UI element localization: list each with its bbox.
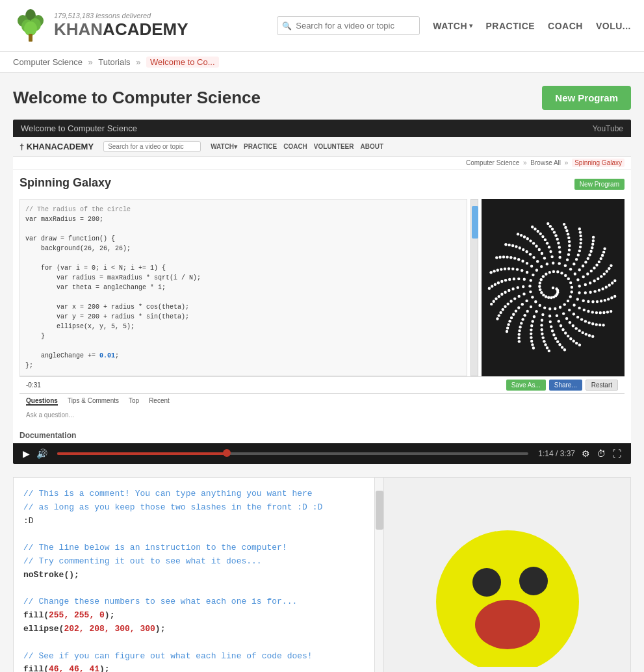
svg-point-233: [606, 270, 608, 272]
vs-nav-volunteer[interactable]: VOLUNTEER: [314, 143, 354, 150]
svg-rect-6: [29, 34, 32, 42]
svg-point-205: [580, 241, 582, 244]
svg-point-290: [563, 348, 566, 351]
video-progress-thumb: [223, 449, 231, 457]
vs-tab-top[interactable]: Top: [129, 397, 139, 406]
search-wrapper: 🔍: [277, 16, 433, 35]
settings-button[interactable]: ⚙: [582, 448, 590, 459]
play-pause-button[interactable]: ▶: [23, 448, 30, 459]
breadcrumb-sep-1: »: [88, 57, 93, 67]
svg-point-302: [531, 226, 534, 228]
svg-point-250: [511, 244, 514, 246]
svg-point-16: [547, 296, 550, 298]
timer-button[interactable]: ⏱: [597, 448, 606, 459]
vs-nav-watch[interactable]: WATCH▾: [211, 143, 237, 150]
svg-point-145: [509, 300, 512, 302]
svg-point-256: [591, 242, 594, 245]
svg-point-265: [561, 346, 563, 348]
svg-point-80: [573, 263, 575, 265]
nav-volunteer[interactable]: VOLU...: [596, 21, 631, 31]
logo-name[interactable]: KHANACADEMY: [54, 19, 188, 40]
vs-scrollbar-thumb: [472, 206, 478, 239]
svg-point-150: [525, 250, 528, 253]
svg-point-77: [550, 255, 553, 257]
svg-point-157: [593, 266, 595, 269]
vs-nav-about[interactable]: ABOUT: [361, 143, 384, 150]
svg-point-246: [495, 297, 497, 300]
svg-point-249: [502, 255, 505, 258]
svg-point-280: [579, 231, 582, 233]
svg-point-167: [530, 328, 532, 331]
svg-point-68: [530, 305, 532, 307]
svg-point-267: [531, 343, 534, 346]
svg-point-285: [613, 294, 616, 297]
breadcrumb-computer-science[interactable]: Computer Science: [13, 57, 83, 67]
vs-code-editor[interactable]: // The radius of the circle var maxRadiu…: [19, 199, 467, 376]
khan-academy-tree-icon: [13, 8, 49, 44]
svg-point-218: [518, 329, 521, 331]
svg-point-74: [530, 265, 533, 267]
svg-point-177: [544, 238, 547, 240]
svg-point-226: [526, 237, 529, 240]
svg-point-236: [602, 311, 605, 313]
svg-point-216: [543, 340, 545, 342]
svg-point-275: [508, 243, 511, 246]
nav-practice[interactable]: PRACTICE: [486, 21, 535, 31]
volume-button[interactable]: 🔊: [36, 448, 47, 459]
vs-nav-practice[interactable]: PRACTICE: [244, 143, 277, 150]
search-icon: 🔍: [282, 21, 292, 31]
svg-point-253: [551, 227, 554, 230]
nav-watch[interactable]: WATCH ▾: [433, 21, 472, 31]
svg-point-279: [564, 226, 567, 228]
code-scrollbar[interactable]: [374, 478, 383, 672]
vs-header: † KHANACADEMY WATCH▾ PRACTICE COACH VOLU…: [13, 137, 631, 157]
svg-point-55: [569, 268, 572, 270]
svg-point-141: [541, 328, 543, 331]
vs-search[interactable]: [103, 141, 201, 152]
vs-tab-tips[interactable]: Tips & Comments: [68, 397, 119, 406]
vs-nav-coach[interactable]: COACH: [283, 143, 307, 150]
search-input[interactable]: [277, 16, 420, 35]
svg-point-235: [607, 298, 610, 300]
vs-save-button[interactable]: Save As...: [506, 380, 546, 391]
vs-share-button[interactable]: Share...: [549, 380, 582, 391]
nav-coach[interactable]: COACH: [548, 21, 583, 31]
svg-point-41: [543, 306, 546, 309]
breadcrumb-tutorials[interactable]: Tutorials: [98, 57, 130, 67]
code-editor-text[interactable]: // This is a comment! You can type anyth…: [14, 478, 374, 672]
vs-tab-recent[interactable]: Recent: [149, 397, 170, 406]
svg-point-114: [560, 324, 562, 327]
svg-point-229: [567, 233, 569, 235]
vs-tab-questions[interactable]: Questions: [26, 397, 58, 406]
svg-point-134: [593, 290, 596, 292]
svg-point-37: [563, 303, 566, 305]
code-editor-panel[interactable]: // This is a comment! You can type anyth…: [14, 478, 374, 672]
svg-point-151: [535, 244, 537, 247]
vs-restart-button[interactable]: Restart: [586, 380, 618, 391]
svg-point-165: [552, 333, 555, 336]
svg-point-202: [541, 235, 544, 237]
vs-new-program-btn[interactable]: New Program: [574, 179, 625, 190]
svg-point-178: [556, 237, 559, 240]
vs-scrollbar[interactable]: [470, 199, 478, 376]
svg-point-170: [507, 302, 509, 305]
fullscreen-button[interactable]: ⛶: [612, 448, 621, 459]
svg-point-297: [488, 287, 491, 289]
video-progress-bar[interactable]: [57, 452, 528, 455]
svg-point-183: [600, 275, 602, 278]
new-program-button[interactable]: New Program: [542, 86, 631, 110]
video-title: Welcome to Computer Science: [21, 123, 137, 133]
svg-point-63: [562, 312, 565, 315]
svg-point-193: [519, 326, 521, 328]
svg-point-136: [587, 309, 589, 312]
svg-point-269: [506, 326, 509, 329]
svg-point-168: [520, 322, 522, 324]
svg-point-289: [578, 343, 581, 346]
svg-point-91: [541, 318, 543, 321]
svg-point-111: [583, 308, 586, 311]
svg-point-257: [601, 253, 604, 256]
svg-point-299: [495, 256, 498, 259]
svg-point-198: [504, 267, 506, 270]
svg-point-258: [608, 267, 610, 270]
svg-point-124: [521, 259, 524, 262]
